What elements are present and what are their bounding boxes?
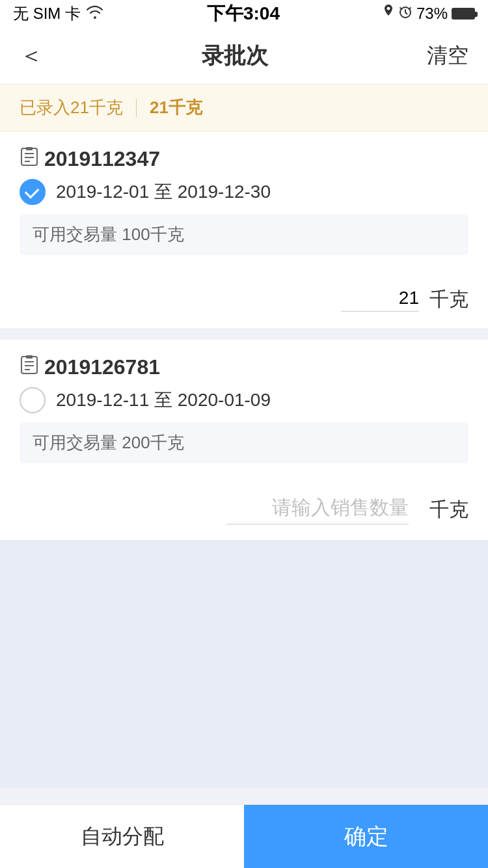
separator-1 [0,329,488,340]
page-title: 录批次 [202,41,268,71]
alarm-icon [398,5,413,23]
batch-header-1: 2019112347 [20,147,468,171]
batch-date-row-2: 2019-12-11 至 2020-01-09 [20,387,468,413]
status-right: 73% [383,5,475,23]
batch-id-2: 2019126781 [44,355,160,379]
amount-row-1: 21 千克 [0,276,488,329]
svg-rect-10 [26,355,33,359]
batch-date-row-1: 2019-12-01 至 2019-12-30 [20,179,468,205]
sales-quantity-input[interactable]: 请输入销售数量 [226,495,409,524]
input-placeholder-text: 请输入销售数量 [272,496,409,518]
clear-button[interactable]: 清空 [427,42,468,70]
svg-rect-5 [26,147,33,150]
batch-id-1: 2019112347 [44,147,160,171]
input-unit-2: 千克 [429,496,468,523]
location-icon [383,5,394,23]
empty-area [0,541,488,788]
batch-date-2: 2019-12-11 至 2020-01-09 [56,388,271,413]
status-bar: 无 SIM 卡 下午3:04 73% [0,0,488,27]
nav-bar: ＜ 录批次 清空 [0,27,488,85]
battery-percent: 73% [416,5,448,23]
input-row-2: 请输入销售数量 千克 [0,484,488,541]
confirm-button[interactable]: 确定 [244,805,488,868]
battery-icon [452,8,475,20]
amount-unit-1: 千克 [429,286,468,313]
wifi-icon [86,5,104,23]
status-left: 无 SIM 卡 [13,3,104,24]
batch-date-1: 2019-12-01 至 2019-12-30 [56,180,271,204]
auto-distribute-button[interactable]: 自动分配 [0,805,244,868]
bottom-bar: 自动分配 确定 [0,804,488,868]
amount-input-1[interactable]: 21 [341,288,419,312]
info-divider [136,99,137,117]
radio-btn-2[interactable] [20,387,46,413]
status-time: 下午3:04 [207,1,280,26]
recorded-value: 21千克 [150,96,202,119]
info-bar: 已录入21千克 21千克 [0,85,488,131]
no-sim-label: 无 SIM 卡 [13,3,81,24]
back-button[interactable]: ＜ [20,40,43,72]
batch-available-2: 可用交易量 200千克 [20,422,468,463]
batch-available-1: 可用交易量 100千克 [20,214,468,255]
batch-icon-1 [20,147,39,171]
amount-value-1: 21 [399,288,419,308]
batch-item-2: 2019126781 2019-12-11 至 2020-01-09 可用交易量… [0,340,488,484]
batch-header-2: 2019126781 [20,355,468,379]
radio-btn-1[interactable] [20,179,46,205]
batch-icon-2 [20,355,39,379]
batch-item-1: 2019112347 2019-12-01 至 2019-12-30 可用交易量… [0,131,488,276]
recorded-label: 已录入21千克 [20,96,123,119]
